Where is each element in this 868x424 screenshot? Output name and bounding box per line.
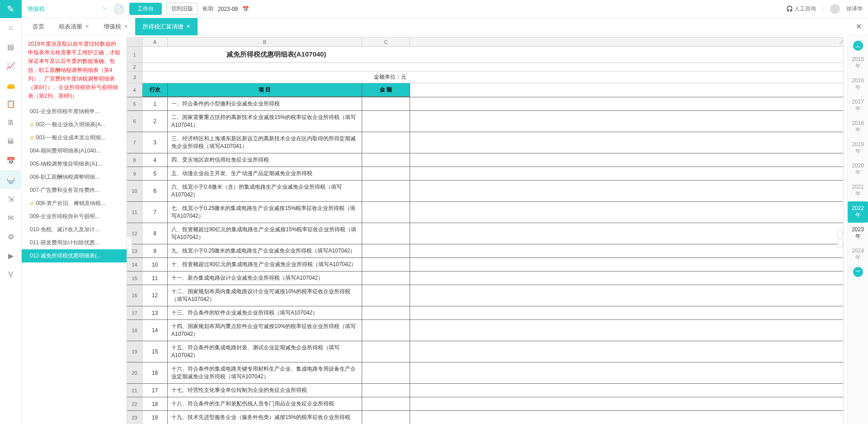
form-list-item[interactable]: 011-研发费用加计扣除优惠... bbox=[22, 236, 127, 249]
form-item-label: 007-广告费和业务宣传费跨... bbox=[30, 186, 99, 194]
form-item-label: 006-职工薪酬纳税调整明细... bbox=[30, 173, 99, 181]
workbench-button[interactable]: 工作台 bbox=[129, 3, 162, 15]
year-item[interactable]: 2019年 bbox=[848, 138, 868, 159]
warning-text: 2019年度涉及取以前年度结转数据的申报表单元格需要手工维护正确，才能保证本年及… bbox=[22, 35, 127, 103]
sheet-row[interactable]: 51一、符合条件的小型微利企业减免企业所得税 bbox=[127, 97, 843, 111]
tab-home[interactable]: 首页 bbox=[25, 18, 52, 35]
form-item-label: 008-资产折旧、摊销及纳税... bbox=[36, 200, 105, 207]
main-area: 增值税 ﹀ 📄 工作台 切到旧版 账期 2023-09 📅 🎧 人工咨询 | 徐… bbox=[22, 0, 868, 424]
year-item[interactable]: 2022年 bbox=[848, 201, 868, 223]
year-item[interactable]: 2021年 bbox=[848, 180, 868, 201]
nav-stamp-icon[interactable]: 🏛 bbox=[0, 132, 22, 151]
year-item[interactable]: 2020年 bbox=[848, 159, 868, 180]
chevron-down-icon: ﹀ bbox=[103, 5, 108, 13]
company-name: 增值税 bbox=[27, 5, 45, 13]
sheet-row[interactable]: 73三、经济特区和上海浦东新区新设立的高新技术企业在区内取得的所得定期减免企业所… bbox=[127, 132, 843, 153]
collapse-left-handle[interactable]: ‹ bbox=[127, 236, 132, 254]
sheet-row[interactable]: 2016十六、符合条件的集成电路关键专用材料生产企业、集成电路专用设备生产企业定… bbox=[127, 362, 843, 384]
form-item-label: 001-企业所得税年度纳税申... bbox=[30, 108, 99, 115]
sheet-body[interactable]: 1减免所得税优惠明细表(A107040)23金额单位：元4行次项 目金 额51一… bbox=[127, 47, 843, 424]
sheet-row[interactable]: 1713十三、符合条件的软件企业减免企业所得税（填写A107042） bbox=[127, 306, 843, 320]
nav-settings-icon[interactable]: ⚙ bbox=[0, 227, 22, 246]
sheet-row[interactable]: 4行次项 目金 额 bbox=[127, 83, 843, 97]
warning-icon: ⊘ bbox=[30, 200, 34, 206]
form-list-item[interactable]: 006-职工薪酬纳税调整明细... bbox=[22, 171, 127, 184]
sheet-row[interactable]: 139九、线宽小于0.25微米的集成电路生产企业减免企业所得税（填写A10704… bbox=[127, 244, 843, 258]
col-header-c[interactable]: C bbox=[362, 38, 410, 46]
col-header-b[interactable]: B bbox=[168, 38, 362, 46]
year-item[interactable]: 2015年 bbox=[848, 52, 868, 74]
year-item[interactable]: 2018年 bbox=[848, 116, 868, 138]
sheet-row[interactable]: 1915十五、符合条件的集成电路封装、测试企业定期减免企业所得税（填写A1070… bbox=[127, 341, 843, 362]
form-list-item[interactable]: ⊘003-一般企业成本支出明细... bbox=[22, 131, 127, 144]
year-up-button[interactable]: ︽ bbox=[853, 41, 863, 51]
sheet-row[interactable]: 95五、动漫企业自主开发、生产动漫产品定期减免企业所得税 bbox=[127, 167, 843, 181]
close-icon[interactable]: ✕ bbox=[124, 24, 128, 29]
form-list-item[interactable]: ⊘002-一般企业收入明细表(A... bbox=[22, 118, 127, 131]
sheet-title: 减免所得税优惠明细表(A107040) bbox=[142, 47, 410, 62]
sheet-row[interactable]: 1511十一、新办集成电路设计企业减免企业所得税（填写A107042） bbox=[127, 272, 843, 285]
user-name[interactable]: 徐泽华 bbox=[846, 5, 863, 13]
nav-video-icon[interactable]: ▶ bbox=[0, 246, 22, 265]
sheet-row[interactable]: 2319十九、技术先进型服务企业（服务外包类）减按15%的税率征收企业所得税 bbox=[127, 411, 843, 424]
nav-export-icon[interactable]: ⇲ bbox=[0, 189, 22, 208]
sheet-row[interactable]: 106六、线宽小于0.8微米（含）的集成电路生产企业减免企业所得税（填写A107… bbox=[127, 181, 843, 202]
collapse-right-handle[interactable]: › bbox=[837, 230, 843, 248]
sheet-row[interactable]: 62二、国家需要重点扶持的高新技术企业减按15%的税率征收企业所得税（填写A10… bbox=[127, 111, 843, 132]
nav-bag-icon[interactable]: 👝 bbox=[0, 75, 22, 94]
sheet-row[interactable]: 2218十八、符合条件的生产和装配伤残人员专门用品企业免征企业所得税 bbox=[127, 397, 843, 411]
tab-income-tax[interactable]: 所得税汇算清缴✕ bbox=[135, 18, 198, 35]
form-list-item[interactable]: ⊘008-资产折旧、摊销及纳税... bbox=[22, 197, 127, 210]
sheet-row[interactable]: 1410十、投资额超过80亿元的集成电路生产企业减免企业所得税（填写A10704… bbox=[127, 258, 843, 272]
nav-doc-icon[interactable]: ▤ bbox=[0, 37, 22, 56]
nav-mail-icon[interactable]: ✉ bbox=[0, 208, 22, 227]
nav-form-icon[interactable]: 🗎 bbox=[0, 113, 22, 132]
note-button[interactable]: 📄 bbox=[113, 3, 125, 15]
company-selector[interactable]: 增值税 ﹀ bbox=[27, 5, 108, 13]
expand-icon[interactable]: ⤢ bbox=[839, 38, 844, 46]
year-down-button[interactable]: ︾ bbox=[853, 267, 863, 277]
sheet-row[interactable]: 84四、受灾地区农村信用社免征企业所得税 bbox=[127, 153, 843, 167]
nav-tax-icon[interactable]: 🍚 bbox=[0, 170, 22, 189]
tab-bar: 首页 税表清册✕ 增值税✕ 所得税汇算清缴✕ ✕ bbox=[22, 18, 868, 35]
nav-chart-icon[interactable]: 📈 bbox=[0, 56, 22, 75]
sheet-row[interactable]: 3金额单位：元 bbox=[127, 71, 843, 83]
user-avatar[interactable] bbox=[830, 4, 840, 14]
sheet-row[interactable]: 1减免所得税优惠明细表(A107040) bbox=[127, 47, 843, 63]
corner-cell[interactable] bbox=[127, 38, 142, 46]
nav-home-icon[interactable]: ⌂ bbox=[0, 18, 22, 37]
sheet-row[interactable]: 1814十四、国家规划布局内重点软件企业可减按10%的税率征收企业所得税（填写A… bbox=[127, 320, 843, 341]
form-item-label: 005-纳税调整项目明细表(A1... bbox=[30, 160, 103, 168]
calendar-icon[interactable]: 📅 bbox=[242, 6, 249, 12]
tab-vat[interactable]: 增值税✕ bbox=[96, 18, 135, 35]
form-list-item[interactable]: 005-纳税调整项目明细表(A1... bbox=[22, 157, 127, 171]
spreadsheet: ‹ ⤢ A B C 1减免所得税优惠明细表(A107040)23金额单位：元4行… bbox=[127, 37, 844, 424]
column-headers: A B C bbox=[127, 38, 843, 47]
nav-clipboard-icon[interactable]: 📋 bbox=[0, 94, 22, 113]
sheet-row[interactable]: 117七、线宽小于0.25微米的集成电路生产企业减按15%税率征收企业所得税（填… bbox=[127, 202, 843, 223]
switch-old-button[interactable]: 切到旧版 bbox=[166, 3, 198, 15]
form-list-item[interactable]: 010-免税、减计收入及加计... bbox=[22, 223, 127, 236]
sheet-row[interactable]: 128八、投资额超过80亿元的集成电路生产企业减按15%税率征收企业所得税（填写… bbox=[127, 223, 843, 244]
sheet-row[interactable]: 2117十七、经营性文化事业单位转制为企业的免征企业所得税 bbox=[127, 384, 843, 397]
year-item[interactable]: 2017年 bbox=[848, 95, 868, 116]
close-icon[interactable]: ✕ bbox=[85, 24, 89, 29]
sheet-row[interactable]: 2 bbox=[127, 63, 843, 71]
year-item[interactable]: 2024年 bbox=[848, 244, 868, 265]
period-value[interactable]: 2023-09 bbox=[218, 6, 238, 12]
close-icon[interactable]: ✕ bbox=[186, 24, 190, 29]
consult-link[interactable]: 🎧 人工咨询 bbox=[786, 5, 816, 13]
tab-tax-list[interactable]: 税表清册✕ bbox=[52, 18, 96, 35]
form-list-item[interactable]: 009-企业所得税弥补亏损明... bbox=[22, 210, 127, 223]
close-all-icon[interactable]: ✕ bbox=[856, 22, 862, 31]
nav-v-icon[interactable]: V bbox=[0, 265, 22, 284]
form-list-item[interactable]: 001-企业所得税年度纳税申... bbox=[22, 105, 127, 118]
year-item[interactable]: 2023年 bbox=[848, 223, 868, 244]
form-list-item[interactable]: 007-广告费和业务宣传费跨... bbox=[22, 184, 127, 197]
form-list-item[interactable]: 012-减免所得税优惠明细表(... bbox=[22, 249, 127, 262]
form-list-item[interactable]: 004-期间费用明细表(A1040... bbox=[22, 144, 127, 157]
year-item[interactable]: 2016年 bbox=[848, 74, 868, 95]
nav-calendar-icon[interactable]: 📅 bbox=[0, 151, 22, 170]
col-header-a[interactable]: A bbox=[142, 38, 168, 46]
sheet-row[interactable]: 1612十二、国家规划布局内集成电路设计企业可减按10%的税率征收企业所得税（填… bbox=[127, 285, 843, 306]
